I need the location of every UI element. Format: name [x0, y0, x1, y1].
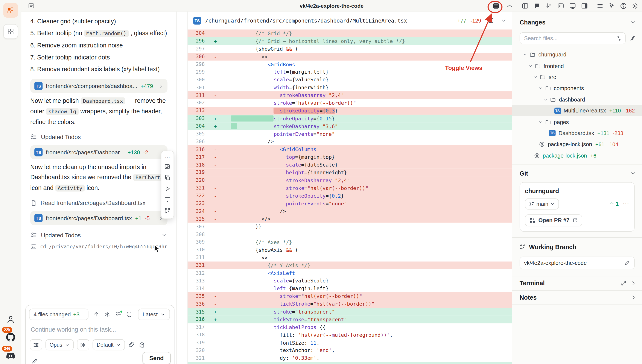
tree-file-row[interactable]: package-lock.json+6	[512, 150, 642, 161]
tree-item-name: churnguard	[538, 52, 566, 58]
diff-deletions: -129	[470, 18, 481, 24]
tree-file-row[interactable]: TSMultiLineArea.tsx+110-162	[512, 105, 642, 116]
diff-line: 313 scale={valueScale}	[187, 277, 512, 284]
discord-button[interactable]: 346	[5, 351, 16, 362]
monitor-icon[interactable]	[569, 2, 576, 9]
chevron-right-icon[interactable]	[630, 280, 636, 286]
preset-dropdown[interactable]: Default	[93, 339, 125, 350]
copy-icon[interactable]	[161, 172, 174, 183]
chat-text: Now let me clean up the unused imports i…	[30, 162, 168, 193]
edit-pencil-icon[interactable]	[624, 260, 630, 266]
diff-line: 305 pointerEvents="none"	[187, 130, 512, 138]
tree-folder-row[interactable]: pages	[512, 116, 642, 128]
branch-name: main	[536, 201, 548, 207]
diff-file-path: /churnguard/frontend/src/components/dash…	[205, 18, 407, 24]
chevron-down-icon	[533, 75, 538, 80]
chevron-down-icon[interactable]	[501, 18, 507, 24]
tree-file-row[interactable]: package-lock.json+61-104	[512, 139, 642, 150]
terminal-panel-icon[interactable]	[557, 2, 564, 9]
branch-icon[interactable]	[161, 205, 174, 216]
help-icon[interactable]	[620, 2, 627, 9]
fast-forward-icon[interactable]	[77, 339, 89, 350]
file-chip-name: frontend/src/pages/Dashboard.tsx	[46, 215, 132, 222]
settings-gear-icon[interactable]	[632, 2, 638, 9]
working-branch-input[interactable]: vk/4e2a-explore-the-code	[520, 256, 635, 269]
todos-icon[interactable]	[115, 311, 122, 318]
asterisk-icon[interactable]	[104, 311, 111, 318]
tree-folder-row[interactable]: frontend	[512, 60, 642, 72]
model-dropdown[interactable]: Opus	[46, 339, 74, 350]
inline-code: Math.random()	[84, 30, 129, 37]
left-rail: 22k 346	[0, 0, 21, 364]
chat-bubble-icon[interactable]	[533, 2, 540, 9]
chat-text: 7. Softer tooltip indicator dots	[30, 52, 168, 62]
scroll-up-icon[interactable]	[93, 311, 100, 318]
file-tree: churnguardfrontendsrccomponentsdashboard…	[512, 49, 642, 161]
bird-icon[interactable]	[629, 34, 636, 42]
expand-icon[interactable]	[621, 280, 626, 286]
more-options-icon[interactable]: ⋯	[623, 200, 629, 208]
send-button[interactable]: Send	[142, 352, 171, 364]
updated-todos-row[interactable]: Updated Todos	[30, 232, 168, 238]
chevron-down-icon[interactable]	[630, 19, 636, 25]
toggle-views-icon[interactable]	[492, 2, 500, 10]
tree-file-row[interactable]: TSDashboard.tsx+131-233	[512, 128, 642, 139]
tree-folder-row[interactable]: dashboard	[512, 94, 642, 105]
tree-item-name: package-lock.json	[548, 141, 592, 148]
app-logo-button[interactable]	[3, 3, 18, 18]
search-files-input[interactable]: Search files...	[520, 32, 626, 44]
ts-file-icon: TS	[34, 82, 43, 90]
file-chip[interactable]: TSfrontend/src/components/dashboa...+479	[30, 79, 168, 93]
app-window: 22k 346 vk/4e2a-explore-the-code	[0, 0, 642, 364]
todos-label: Updated Todos	[41, 134, 81, 140]
chevron-down-icon	[523, 52, 527, 57]
menu-icon[interactable]	[596, 2, 603, 9]
chevron-down-icon	[528, 64, 532, 68]
updated-todos-row[interactable]: Updated Todos	[30, 134, 168, 140]
version-dropdown[interactable]: Latest	[138, 309, 170, 320]
settings-sliders-icon[interactable]	[30, 339, 42, 350]
terminal-section[interactable]: Terminal	[512, 276, 642, 290]
tree-folder-row[interactable]: churnguard	[512, 49, 642, 60]
branch-dropdown[interactable]: main	[525, 198, 559, 210]
file-chip[interactable]: TSfrontend/src/pages/Dashboard.tsx+1-5	[30, 211, 168, 225]
drag-handle-icon[interactable]: ⋯	[161, 152, 174, 161]
terminal-command-row[interactable]: cd /private/var/folders/10/h7w0q46556ggr…	[30, 244, 168, 250]
panel-right-icon[interactable]	[581, 2, 588, 9]
open-pr-button[interactable]: Open PR #7	[525, 214, 582, 226]
message-input[interactable]: Continue working on this task...	[26, 320, 174, 333]
files-changed-chip[interactable]: 4 files changed +3...	[29, 309, 89, 320]
pointer-icon[interactable]	[608, 2, 615, 9]
panel-left-icon[interactable]	[521, 2, 528, 9]
file-chip[interactable]: TSfrontend/src/pages/Dashboar...+130-2..…	[30, 145, 168, 159]
collapse-all-icon[interactable]	[616, 36, 622, 41]
folder-icon	[539, 74, 546, 80]
collapse-up-icon[interactable]	[506, 2, 513, 9]
draw-icon[interactable]	[32, 358, 38, 364]
tree-folder-row[interactable]: components	[512, 83, 642, 94]
chevron-down-icon[interactable]	[630, 170, 636, 177]
git-title: Git	[520, 170, 528, 177]
monitor-icon[interactable]	[161, 194, 174, 205]
chevron-down-icon[interactable]	[161, 232, 168, 238]
attach-icon[interactable]	[128, 341, 135, 348]
notes-section[interactable]: Notes	[512, 290, 642, 305]
git-compare-icon[interactable]	[545, 2, 552, 9]
diff-line: 306- <>	[187, 52, 512, 60]
tree-folder-row[interactable]: src	[512, 72, 642, 83]
compose-icon[interactable]	[161, 161, 174, 172]
version-label: Latest	[143, 311, 158, 318]
ghost-icon[interactable]	[139, 341, 145, 348]
inline-edit-icon[interactable]	[488, 17, 494, 24]
run-icon[interactable]	[161, 183, 174, 194]
floating-toolbar: ⋯	[161, 151, 174, 219]
model-label: Opus	[50, 342, 62, 348]
diff-line: 309 {/* Axes */}	[187, 238, 512, 246]
chevron-right-icon[interactable]	[630, 295, 636, 300]
account-button[interactable]	[6, 315, 15, 324]
tool-call-row[interactable]: Read frontend/src/pages/Dashboard.tsx	[30, 200, 168, 206]
github-button[interactable]: 22k	[5, 332, 16, 342]
changes-title: Changes	[520, 19, 546, 26]
diff-header: TS /churnguard/frontend/src/components/d…	[187, 12, 512, 30]
boards-button[interactable]	[3, 24, 18, 39]
